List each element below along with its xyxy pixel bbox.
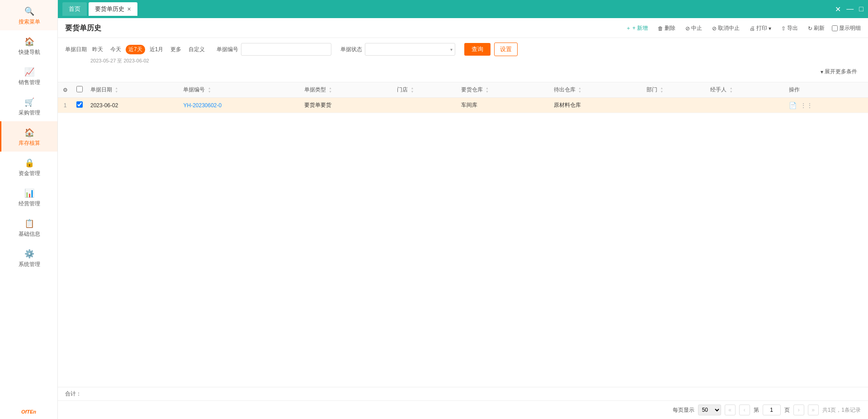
display-cell-toggle[interactable]: 显示明细: [832, 24, 861, 32]
refresh-button[interactable]: ↻ 刷新: [805, 23, 827, 34]
tab-requisition-history[interactable]: 要货单历史 ✕: [89, 2, 137, 16]
last-page-button[interactable]: »: [808, 405, 819, 415]
sidebar-label-search-menu: 搜索菜单: [19, 18, 40, 26]
sidebar-label-sales: 销售管理: [19, 79, 40, 86]
sort-store[interactable]: ▲▼: [410, 86, 414, 93]
row-req-warehouse: 车间库: [458, 98, 550, 113]
tab-home[interactable]: 首页: [62, 2, 87, 16]
filter-row: 单据日期 昨天 今天 近7天 近1月 更多 自定义 单据编号: [65, 43, 861, 56]
quick-nav-icon: 🏠: [24, 37, 34, 47]
date-btn-last7[interactable]: 近7天: [126, 45, 145, 54]
doc-no-link[interactable]: YH-20230602-0: [183, 102, 222, 109]
sort-doc-date[interactable]: ▲▼: [115, 86, 118, 93]
table-header-row: ⚙ 单据日期 ▲▼ 单据编号 ▲▼ 单据类型: [58, 82, 868, 98]
date-range-buttons: 昨天 今天 近7天 近1月 更多 自定义: [90, 45, 208, 54]
first-page-button[interactable]: «: [725, 405, 736, 415]
col-actions: 操作: [785, 82, 868, 98]
page-content: 要货单历史 ＋ + 新增 🗑 删除 ⊘ 中止 ⊘ 取消中止: [58, 18, 868, 419]
search-menu-icon: 🔍: [24, 6, 34, 16]
basic-info-icon: 📋: [24, 219, 34, 229]
print-button[interactable]: 🖨 打印 ▾: [747, 23, 774, 34]
date-range-text: 2023-05-27 至 2023-06-02: [90, 58, 149, 63]
col-doc-type: 单据类型 ▲▼: [301, 82, 393, 98]
expand-label: 展开更多条件: [825, 68, 857, 76]
col-doc-date: 单据日期 ▲▼: [87, 82, 179, 98]
display-cell-checkbox[interactable]: [832, 25, 838, 31]
row-checkbox[interactable]: [76, 101, 83, 108]
stop-button[interactable]: ⊘ 中止: [683, 23, 705, 34]
delete-button[interactable]: 🗑 删除: [655, 23, 678, 34]
sidebar: 🔍 搜索菜单 🏠 快捷导航 📈 销售管理 🛒 采购管理 🏠 库存核算 🔒 资金管…: [0, 0, 58, 419]
row-pending-warehouse: 原材料仓库: [550, 98, 643, 113]
col-store: 门店 ▲▼: [393, 82, 457, 98]
refresh-icon: ↻: [808, 25, 812, 32]
sidebar-item-sys-mgmt[interactable]: ⚙️ 系统管理: [0, 243, 57, 273]
window-minimize-icon[interactable]: —: [846, 5, 854, 13]
row-handler: [707, 98, 785, 113]
col-settings[interactable]: ⚙: [58, 82, 72, 98]
date-btn-custom[interactable]: 自定义: [186, 45, 208, 54]
sidebar-label-inventory: 库存核算: [19, 139, 40, 147]
footer-label: 合计：: [65, 390, 81, 397]
date-label: 单据日期: [65, 46, 87, 53]
sort-department[interactable]: ▲▼: [660, 86, 663, 93]
settings-button[interactable]: 设置: [494, 43, 518, 56]
total-info: 共1页，1条记录: [822, 406, 861, 414]
sort-doc-type[interactable]: ▲▼: [329, 86, 332, 93]
sidebar-item-quick-nav[interactable]: 🏠 快捷导航: [0, 30, 57, 61]
sidebar-item-inventory[interactable]: 🏠 库存核算: [0, 121, 57, 152]
finance-icon: 🔒: [24, 158, 34, 168]
page-input[interactable]: [763, 405, 781, 415]
sidebar-item-sales-mgmt[interactable]: 📈 销售管理: [0, 61, 57, 91]
col-department: 部门 ▲▼: [643, 82, 707, 98]
sidebar-item-finance-mgmt[interactable]: 🔒 资金管理: [0, 152, 57, 182]
sort-handler[interactable]: ▲▼: [730, 86, 733, 93]
table-footer: 合计：: [58, 387, 868, 400]
doc-status-label: 单据状态: [340, 46, 362, 53]
cancel-stop-button[interactable]: ⊘ 取消中止: [709, 23, 742, 34]
prev-page-button[interactable]: ‹: [739, 405, 750, 415]
stop-icon: ⊘: [685, 25, 690, 32]
sys-mgmt-icon: ⚙️: [24, 249, 34, 259]
sidebar-label-ops: 经营管理: [19, 200, 40, 208]
sidebar-item-basic-info[interactable]: 📋 基础信息: [0, 212, 57, 243]
filter-doc-status: 单据状态 ▾: [340, 43, 455, 56]
print-icon: 🖨: [750, 25, 755, 32]
edit-action-icon[interactable]: ⋮⋮: [800, 102, 813, 109]
row-department: [643, 98, 707, 113]
doc-number-input[interactable]: [241, 43, 331, 56]
page-size-label: 每页显示: [673, 406, 694, 414]
sidebar-item-purchase-mgmt[interactable]: 🛒 采购管理: [0, 91, 57, 121]
sidebar-item-search-menu[interactable]: 🔍 搜索菜单: [0, 0, 57, 30]
date-btn-yesterday[interactable]: 昨天: [90, 45, 106, 54]
date-btn-today[interactable]: 今天: [108, 45, 124, 54]
sort-doc-no[interactable]: ▲▼: [208, 86, 211, 93]
doc-number-label: 单据编号: [217, 46, 238, 53]
inventory-icon: 🏠: [24, 128, 34, 138]
expand-conditions-button[interactable]: ▾ 展开更多条件: [817, 66, 861, 77]
tab-close-icon[interactable]: ✕: [127, 6, 131, 12]
view-action-icon[interactable]: 📄: [789, 102, 797, 109]
pagination: 每页显示 10 20 50 100 « ‹ 第 页 › » 共1页，1条记录: [58, 400, 868, 419]
sidebar-label-sys-mgmt: 系统管理: [19, 261, 40, 268]
export-icon: ⇧: [781, 25, 786, 32]
window-close-icon[interactable]: ✕: [835, 5, 841, 14]
table-row[interactable]: 1 2023-06-02 YH-20230602-0 要货单要货 车间库 原材料…: [58, 98, 868, 113]
window-maximize-icon[interactable]: □: [859, 5, 863, 13]
add-button[interactable]: ＋ + 新增: [623, 23, 651, 34]
date-btn-more[interactable]: 更多: [168, 45, 184, 54]
sidebar-item-ops-mgmt[interactable]: 📊 经营管理: [0, 182, 57, 212]
sidebar-label-basic-info: 基础信息: [19, 230, 40, 238]
row-doc-type: 要货单要货: [301, 98, 393, 113]
expand-row: ▾ 展开更多条件: [65, 64, 861, 79]
select-all-checkbox[interactable]: [76, 86, 83, 92]
page-size-select[interactable]: 10 20 50 100: [698, 405, 721, 415]
sort-pending-warehouse[interactable]: ▲▼: [578, 86, 581, 93]
main-area: 首页 要货单历史 ✕ ✕ — □ 要货单历史 ＋ + 新增 🗑 删除: [58, 0, 868, 419]
sort-req-warehouse[interactable]: ▲▼: [486, 86, 489, 93]
next-page-button[interactable]: ›: [793, 405, 804, 415]
doc-status-select[interactable]: [365, 43, 455, 56]
export-button[interactable]: ⇧ 导出: [778, 23, 801, 34]
date-btn-last1m[interactable]: 近1月: [147, 45, 166, 54]
query-button[interactable]: 查询: [464, 43, 491, 56]
